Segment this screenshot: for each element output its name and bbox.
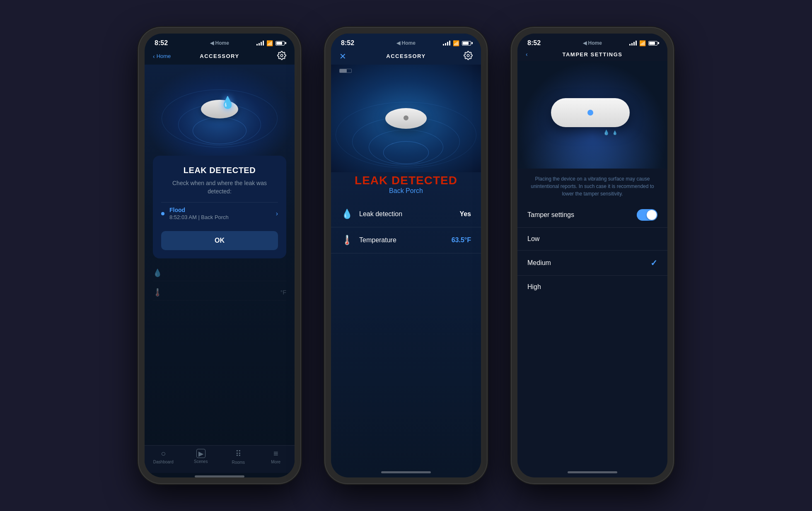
scenes-label-1: Scenes <box>194 459 208 464</box>
tab-scenes-1[interactable]: ▶ Scenes <box>182 449 220 465</box>
home-label-3: ◀ Home <box>583 40 602 46</box>
status-time-1: 8:52 <box>155 39 168 47</box>
tab-bar-1: ○ Dashboard ▶ Scenes ⠿ Rooms ≡ More <box>145 445 295 473</box>
alert-subtitle-1: Check when and where the leak was detect… <box>161 179 278 195</box>
tab-dashboard-1[interactable]: ○ Dashboard <box>145 449 182 465</box>
sensor-row-leak: 💧 <box>153 265 286 281</box>
sensor-top-2 <box>385 108 427 129</box>
temp-label-2: Temperature <box>359 236 452 244</box>
nav-bar-2: ✕ ACCESSORY <box>331 49 481 65</box>
dashboard-icon-1: ○ <box>161 449 166 458</box>
phone-2: 8:52 ◀ Home 📶 ✕ <box>325 28 487 483</box>
back-button-3[interactable]: ‹ <box>526 51 528 58</box>
wifi-icon-1: 📶 <box>266 40 273 46</box>
sensitivity-high[interactable]: High <box>517 276 667 298</box>
close-button-2[interactable]: ✕ <box>339 52 346 60</box>
tab-rooms-1[interactable]: ⠿ Rooms <box>220 449 257 465</box>
alert-item-content-1: Flood 8:52:03 AM | Back Porch <box>169 207 276 220</box>
sensor-dot-2 <box>404 116 408 121</box>
temp-icon-1: 🌡️ <box>153 288 162 297</box>
alert-item-time-1: 8:52:03 AM | Back Porch <box>169 214 276 220</box>
nav-title-2: ACCESSORY <box>386 53 425 59</box>
phone-2-screen: 8:52 ◀ Home 📶 ✕ <box>331 34 481 477</box>
signal-bar-2 <box>259 43 260 46</box>
signal-bars-1 <box>256 41 264 46</box>
medium-check-icon: ✓ <box>650 258 657 268</box>
home-label-1: ◀ Home <box>210 40 229 46</box>
back-chevron-1: ‹ <box>153 53 155 60</box>
sensitivity-low[interactable]: Low <box>517 228 667 251</box>
alert-arrow-1: › <box>276 210 278 217</box>
tamper-settings-row: Tamper settings <box>517 202 667 228</box>
status-time-3: 8:52 <box>527 39 541 47</box>
alert-dot-1 <box>161 212 164 215</box>
sensitivity-low-label: Low <box>527 235 657 243</box>
gear-button-2[interactable] <box>464 51 473 61</box>
battery-fill-1 <box>276 42 282 45</box>
back-button-1[interactable]: ‹ Home <box>153 53 171 60</box>
gear-icon-2 <box>464 51 473 60</box>
dashboard-label-1: Dashboard <box>153 460 174 464</box>
p3-device-body <box>551 98 630 127</box>
status-time-2: 8:52 <box>341 39 354 47</box>
phone1-content: 💧 LEAK DETECTED Check when and where the… <box>145 65 295 477</box>
nav-bar-1: ‹ Home ACCESSORY <box>145 49 295 65</box>
sensor-row-temp: 🌡️ °F <box>153 284 286 301</box>
warning-text-3: Placing the device on a vibrating surfac… <box>517 169 667 202</box>
battery-icon-2 <box>462 41 471 46</box>
phone-3: 8:52 ◀ Home 📶 <box>512 28 673 483</box>
nav-title-3: TAMPER SETTINGS <box>562 51 622 58</box>
water-drop-icon: 💧 <box>220 96 235 109</box>
leak-icon-2: 💧 <box>341 209 353 219</box>
alert-modal-1: LEAK DETECTED Check when and where the l… <box>153 156 286 258</box>
signal-bar-3 <box>261 42 262 46</box>
tamper-settings-label: Tamper settings <box>527 211 637 219</box>
temp-value-2: 63.5°F <box>452 236 471 244</box>
phone3-hero: 💧 💧 <box>517 61 667 169</box>
gear-icon-1 <box>277 51 286 60</box>
toggle-knob <box>647 210 657 220</box>
status-icons-3: 📶 <box>629 40 657 46</box>
home-indicator-1 <box>195 475 244 477</box>
tamper-toggle-switch[interactable] <box>637 209 657 221</box>
sensor-info-row-leak: 💧 Leak detection Yes <box>331 201 481 227</box>
phone2-content: LEAK DETECTED Back Porch 💧 Leak detectio… <box>331 172 481 477</box>
phone-1-screen: 8:52 ◀ Home 📶 <box>145 34 295 477</box>
status-bar-1: 8:52 ◀ Home 📶 <box>145 34 295 49</box>
sensitivity-high-label: High <box>527 283 657 291</box>
battery-icon-1 <box>276 41 285 46</box>
status-icons-1: 📶 <box>256 40 285 46</box>
sensitivity-medium[interactable]: Medium ✓ <box>517 251 667 276</box>
svg-point-1 <box>467 54 469 57</box>
home-label-2: ◀ Home <box>396 40 416 46</box>
svg-point-0 <box>280 54 283 57</box>
sensor-info-row-temp: 🌡️ Temperature 63.5°F <box>331 227 481 253</box>
alert-item-1: Flood 8:52:03 AM | Back Porch › <box>161 202 278 224</box>
wifi-icon-2: 📶 <box>453 40 459 46</box>
status-bar-3: 8:52 ◀ Home 📶 <box>517 34 667 49</box>
battery-sensor-2 <box>339 69 352 73</box>
leak-label-2: Leak detection <box>359 210 459 218</box>
rooms-label-1: Rooms <box>232 460 245 465</box>
tab-more-1[interactable]: ≡ More <box>257 449 295 465</box>
phone3-content: Placing the device on a vibrating surfac… <box>517 169 667 477</box>
leak-detected-2: LEAK DETECTED <box>331 174 481 187</box>
nav-bar-3: ‹ TAMPER SETTINGS <box>517 49 667 61</box>
p3-water-drops: 💧 💧 <box>603 129 617 135</box>
p3-device-dot <box>587 110 593 116</box>
sensitivity-medium-label: Medium <box>527 259 650 267</box>
ok-button-1[interactable]: OK <box>161 231 278 250</box>
phones-container: 8:52 ◀ Home 📶 <box>139 28 673 483</box>
leak-icon-1: 💧 <box>153 268 162 277</box>
temp-unit-1: °F <box>280 289 286 296</box>
phone-1: 8:52 ◀ Home 📶 <box>139 28 300 483</box>
more-label-1: More <box>271 460 280 464</box>
battery-fill-2 <box>463 42 469 45</box>
signal-bar-1 <box>256 44 258 46</box>
phone2-hero <box>331 65 481 172</box>
gear-button-1[interactable] <box>277 51 286 61</box>
back-label-1: Home <box>157 53 171 59</box>
rooms-icon-1: ⠿ <box>235 449 242 459</box>
p3-device: 💧 💧 <box>551 98 634 131</box>
sensor-image-area-1: 💧 <box>145 65 295 156</box>
